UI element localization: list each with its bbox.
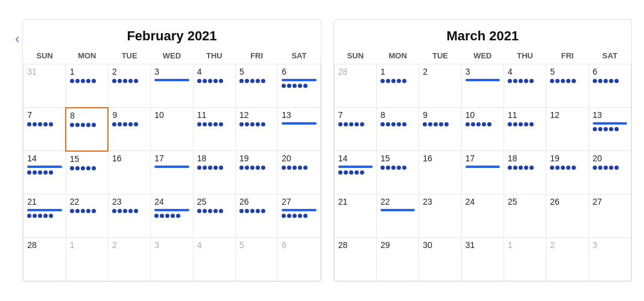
calendar-day-cell[interactable]: 3 [151,238,193,281]
calendar-day-cell[interactable]: 29 [377,238,419,281]
calendar-day-cell[interactable]: 31 [461,238,504,281]
calendar-day-cell[interactable]: 7 [334,108,376,151]
calendar-day-cell[interactable]: 4 [193,64,235,108]
calendar-day-cell[interactable]: 12 [235,108,277,151]
calendar-day-cell[interactable]: 27 [589,194,631,238]
calendar-day-cell[interactable]: 10 [461,108,504,151]
calendar-day-cell[interactable]: 24 [461,194,504,238]
event-dot [524,122,528,126]
calendar-day-cell[interactable]: 3 [589,238,631,281]
event-dot [555,166,560,170]
calendar-day-cell[interactable]: 26 [546,194,589,238]
calendar-day-cell[interactable]: 1 [377,64,419,108]
calendar-day-cell[interactable]: 17 [151,151,193,194]
event-dot [349,170,353,175]
calendar-day-cell[interactable]: 27 [278,194,320,238]
calendar-day-cell[interactable]: 17 [461,151,504,194]
calendar-day-cell[interactable]: 2 [419,64,461,108]
calendar-day-cell[interactable]: 16 [108,151,150,194]
calendar-day-cell[interactable]: 20 [278,151,320,194]
calendar-day-cell[interactable]: 12 [546,108,589,151]
calendar-day-cell[interactable]: 18 [504,151,546,194]
calendar-day-cell[interactable]: 6 [278,64,320,108]
calendar-day-cell[interactable]: 30 [419,238,461,281]
calendar-day-cell[interactable]: 6 [278,238,320,281]
event-dot [75,79,80,83]
calendar-day-cell[interactable]: 21 [24,194,66,238]
calendar-day-cell[interactable]: 28 [334,238,376,281]
calendar-day-cell[interactable]: 8 [377,108,419,151]
calendar-day-cell[interactable]: 14 [334,151,376,194]
calendar-day-cell[interactable]: 2 [108,238,150,281]
event-dot [261,122,265,126]
calendar-week-row: 21222324252627 [24,194,320,238]
calendar-day-cell[interactable]: 15 [377,151,419,194]
calendar-day-cell[interactable]: 14 [24,151,66,194]
calendar-day-cell[interactable]: 1 [66,238,108,281]
event-dot [250,209,254,213]
calendar-day-cell[interactable]: 3 [461,64,504,108]
calendar-day-cell[interactable]: 18 [193,151,235,194]
calendar-day-cell[interactable]: 25 [193,194,235,238]
calendar-day-cell[interactable]: 1 [66,64,108,108]
event-bar [282,122,316,125]
day-number: 17 [154,154,189,163]
event-dot [380,122,385,126]
calendar-day-cell[interactable]: 4 [193,238,235,281]
calendar-day-cell[interactable]: 13 [589,108,631,151]
weekday-header: MON [377,49,419,64]
day-number: 19 [550,154,584,163]
calendar-day-cell[interactable]: 10 [151,108,193,151]
calendar-day-cell[interactable]: 2 [546,238,589,281]
calendar-day-cell[interactable]: 21 [334,194,376,238]
calendar-day-cell[interactable]: 9 [419,108,461,151]
event-dot [397,122,401,126]
calendar-day-cell[interactable]: 6 [589,64,631,108]
calendar-day-cell[interactable]: 24 [151,194,193,238]
calendar-day-cell[interactable]: 11 [193,108,235,151]
calendar-day-cell[interactable]: 9 [108,108,150,151]
calendar-day-cell[interactable]: 2 [108,64,150,108]
event-bar [27,166,62,168]
calendar-day-cell[interactable]: 19 [235,151,277,194]
calendar-day-cell[interactable]: 4 [504,64,546,108]
event-dot [292,84,297,88]
calendar-day-cell[interactable]: 31 [24,64,66,108]
calendar-day-cell[interactable]: 26 [235,194,277,238]
calendar-day-cell[interactable]: 5 [235,238,277,281]
event-dot [197,209,201,213]
calendar-day-cell[interactable]: 15 [66,151,108,194]
calendar-day-cell[interactable]: 1 [504,238,546,281]
event-dot [397,79,401,83]
weekday-header: SAT [589,49,631,64]
calendar-day-cell[interactable]: 23 [419,194,461,238]
calendar-day-cell[interactable]: 5 [235,64,277,108]
calendar-day-cell[interactable]: 13 [278,108,320,151]
event-dot [428,122,432,126]
calendar-day-cell[interactable]: 8 [66,108,108,151]
calendar-day-cell[interactable]: 16 [419,151,461,194]
event-dot [593,79,597,83]
event-dot [27,122,31,126]
event-dot [609,166,613,170]
event-bar [593,122,627,125]
calendar-day-cell[interactable]: 7 [24,108,66,151]
event-dot [27,170,31,175]
calendar-day-cell[interactable]: 19 [546,151,589,194]
event-dot [213,122,218,126]
back-arrow-button[interactable]: ‹ [12,25,22,53]
calendar-day-cell[interactable]: 23 [108,194,150,238]
calendar-day-cell[interactable]: 28 [24,238,66,281]
calendar-day-cell[interactable]: 3 [151,64,193,108]
event-dot [86,79,90,83]
event-dot [508,79,512,83]
event-dot [482,122,486,126]
calendar-day-cell[interactable]: 20 [589,151,631,194]
calendar-day-cell[interactable]: 5 [546,64,589,108]
calendar-day-cell[interactable]: 25 [504,194,546,238]
event-dot [287,84,291,88]
calendar-day-cell[interactable]: 28 [334,64,376,108]
calendar-day-cell[interactable]: 11 [504,108,546,151]
calendar-day-cell[interactable]: 22 [66,194,108,238]
calendar-day-cell[interactable]: 22 [377,194,419,238]
